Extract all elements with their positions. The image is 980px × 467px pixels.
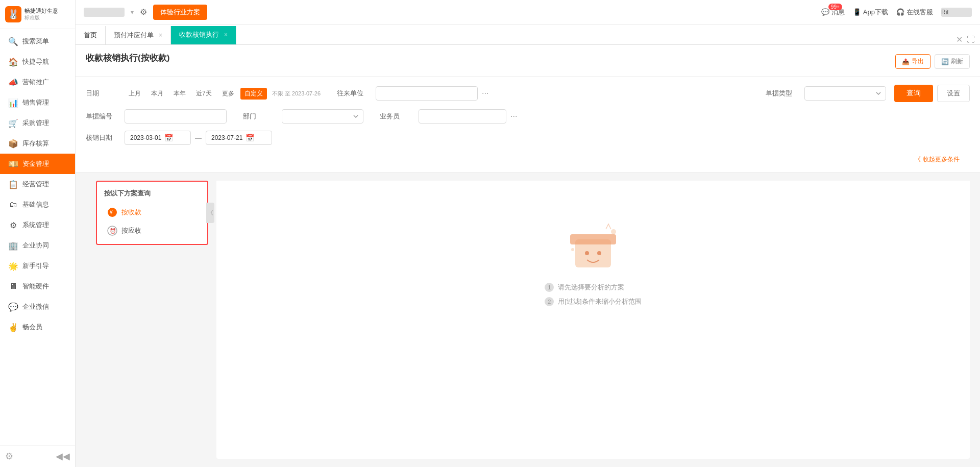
partner-dots[interactable]: ··· bbox=[482, 89, 488, 98]
date-btn-this-month[interactable]: 本月 bbox=[147, 88, 167, 100]
filter-by-collection[interactable]: ¥ 按收款 bbox=[97, 203, 207, 222]
export-icon: 📤 bbox=[902, 58, 910, 65]
service-icon: 🎧 bbox=[896, 8, 904, 16]
sidebar-item-business[interactable]: 📋 经营管理 bbox=[0, 174, 75, 194]
date-note: 不限 至 2023-07-26 bbox=[272, 90, 321, 97]
tip-num-2: 2 bbox=[545, 297, 554, 306]
page-actions: 📤 导出 🔄 刷新 bbox=[895, 54, 970, 69]
tabs-bar: 首页 预付冲应付单 × 收款核销执行 × ✕ ⛶ bbox=[76, 24, 980, 45]
tab-collection[interactable]: 收款核销执行 × bbox=[171, 26, 236, 44]
date-btn-more[interactable]: 更多 bbox=[218, 88, 238, 100]
export-btn[interactable]: 📤 导出 bbox=[895, 54, 930, 69]
staff-input[interactable] bbox=[419, 109, 506, 124]
svg-point-6 bbox=[585, 251, 589, 255]
date-btn-7days[interactable]: 近7天 bbox=[192, 88, 216, 100]
date-btn-custom[interactable]: 自定义 bbox=[240, 88, 267, 100]
verify-date-end-field[interactable]: 2023-07-21 📅 bbox=[206, 131, 272, 145]
page-wrapper: 收款核销执行(按收款) 📤 导出 🔄 刷新 日期 上月 本月 bbox=[76, 45, 980, 467]
collapse-left-btn[interactable]: 《 bbox=[206, 203, 214, 223]
dept-select[interactable] bbox=[282, 109, 363, 124]
home-icon: 🏠 bbox=[8, 57, 18, 67]
sidebar-item-marketing[interactable]: 📣 营销推广 bbox=[0, 72, 75, 92]
refresh-icon: 🔄 bbox=[941, 58, 949, 65]
date-btn-last-month[interactable]: 上月 bbox=[125, 88, 145, 100]
app-name: 畅捷通好生意 bbox=[24, 7, 58, 14]
topbar-dropdown-arrow[interactable]: ▾ bbox=[131, 9, 134, 16]
calendar-start-icon[interactable]: 📅 bbox=[164, 134, 173, 142]
date-btn-this-year[interactable]: 本年 bbox=[169, 88, 190, 100]
staff-dots[interactable]: ··· bbox=[510, 112, 517, 121]
user-name: Rit bbox=[941, 9, 949, 16]
refresh-btn[interactable]: 🔄 刷新 bbox=[935, 54, 970, 69]
inventory-icon: 📦 bbox=[8, 138, 18, 149]
sidebar-item-basic[interactable]: 🗂 基础信息 bbox=[0, 194, 75, 215]
topbar-service[interactable]: 🎧 在线客服 bbox=[896, 8, 933, 17]
topbar-gear-icon[interactable]: ⚙ bbox=[140, 7, 147, 17]
page-title: 收款核销执行(按收款) bbox=[86, 52, 169, 64]
business-icon: 📋 bbox=[8, 179, 18, 189]
content-area: 按以下方案查询 ¥ 按收款 bbox=[76, 173, 980, 467]
svg-point-7 bbox=[597, 251, 601, 255]
tab-prepay-close[interactable]: × bbox=[159, 32, 162, 39]
svg-text:¥: ¥ bbox=[109, 210, 113, 215]
partner-label: 往来单位 bbox=[337, 89, 368, 98]
system-icon: ⚙ bbox=[8, 220, 18, 230]
date-dash: — bbox=[195, 134, 202, 142]
sidebar-item-guide[interactable]: 🌟 新手引导 bbox=[0, 256, 75, 276]
topbar-app-download[interactable]: 📱 App下载 bbox=[853, 8, 888, 17]
collapse-sidebar-icon[interactable]: ◀◀ bbox=[56, 451, 70, 462]
doc-no-input[interactable] bbox=[125, 109, 227, 124]
svg-point-8 bbox=[611, 229, 616, 234]
sidebar-item-system[interactable]: ⚙ 系统管理 bbox=[0, 215, 75, 235]
topbar-user[interactable]: Rit bbox=[941, 8, 972, 17]
sidebar-item-quick-nav[interactable]: 🏠 快捷导航 bbox=[0, 52, 75, 72]
app-icon: 📱 bbox=[853, 8, 861, 16]
expand-tab-icon[interactable]: ⛶ bbox=[967, 35, 975, 44]
sidebar-item-corp[interactable]: 🏢 企业协同 bbox=[0, 235, 75, 256]
sidebar: 🐰 畅捷通好生意 标准版 🔍 搜索菜单 🏠 快捷导航 📣 营销推广 📊 销售管理… bbox=[0, 0, 76, 467]
sidebar-item-member[interactable]: ✌ 畅会员 bbox=[0, 317, 75, 337]
empty-tips: 1 请先选择要分析的方案 2 用[过滤]条件来缩小分析范围 bbox=[545, 283, 641, 306]
left-filter-panel: 按以下方案查询 ¥ 按收款 bbox=[96, 181, 208, 245]
sidebar-item-purchase[interactable]: 🛒 采购管理 bbox=[0, 113, 75, 133]
setting-btn[interactable]: 设置 bbox=[937, 85, 970, 102]
sidebar-item-wechat[interactable]: 💬 企业微信 bbox=[0, 297, 75, 317]
basic-icon: 🗂 bbox=[8, 200, 18, 210]
empty-illustration bbox=[562, 222, 624, 273]
doc-no-label: 单据编号 bbox=[86, 112, 116, 121]
industry-btn[interactable]: 体验行业方案 bbox=[153, 5, 207, 20]
query-btn[interactable]: 查询 bbox=[894, 85, 933, 102]
collapse-more-btn[interactable]: 《 收起更多条件 bbox=[86, 152, 970, 167]
partner-input[interactable] bbox=[376, 86, 478, 101]
sidebar-item-search[interactable]: 🔍 搜索菜单 bbox=[0, 31, 75, 52]
tip-num-1: 1 bbox=[545, 283, 554, 292]
empty-tip-1: 1 请先选择要分析的方案 bbox=[545, 283, 641, 292]
app-sub: 标准版 bbox=[24, 14, 58, 21]
sidebar-item-finance[interactable]: 💴 资金管理 bbox=[0, 154, 75, 174]
tabs-right-controls: ✕ ⛶ bbox=[951, 35, 980, 44]
topbar-logo bbox=[84, 8, 125, 17]
collection-icon: ¥ bbox=[107, 207, 117, 217]
verify-date-start-field[interactable]: 2023-03-01 📅 bbox=[125, 131, 191, 145]
main-content: ▾ ⚙ 体验行业方案 💬 消息 99+ 📱 App下载 🎧 在线客服 Rit bbox=[76, 0, 980, 467]
filter-by-receivable[interactable]: ⏰ 按应收 bbox=[97, 222, 207, 240]
filter-row-3: 核销日期 2023-03-01 📅 — 2023-07-21 📅 bbox=[86, 131, 970, 145]
sidebar-nav: 🔍 搜索菜单 🏠 快捷导航 📣 营销推广 📊 销售管理 🛒 采购管理 📦 库存核… bbox=[0, 29, 75, 445]
sidebar-item-inventory[interactable]: 📦 库存核算 bbox=[0, 133, 75, 154]
tab-home[interactable]: 首页 bbox=[76, 26, 106, 44]
left-filter-wrapper: 按以下方案查询 ¥ 按收款 bbox=[86, 181, 208, 459]
doc-type-label: 单据类型 bbox=[766, 89, 796, 98]
tab-collection-close[interactable]: × bbox=[224, 31, 228, 38]
calendar-end-icon[interactable]: 📅 bbox=[246, 134, 254, 142]
doc-type-select[interactable] bbox=[804, 86, 886, 101]
settings-icon[interactable]: ⚙ bbox=[5, 451, 13, 462]
results-area: 1 请先选择要分析的方案 2 用[过滤]条件来缩小分析范围 bbox=[216, 181, 970, 459]
left-filter-title: 按以下方案查询 bbox=[97, 186, 207, 203]
topbar-messages[interactable]: 💬 消息 99+ bbox=[821, 8, 845, 17]
sidebar-item-sales[interactable]: 📊 销售管理 bbox=[0, 92, 75, 113]
sidebar-item-hardware[interactable]: 🖥 智能硬件 bbox=[0, 276, 75, 297]
corp-icon: 🏢 bbox=[8, 240, 18, 251]
close-tab-icon[interactable]: ✕ bbox=[956, 35, 963, 44]
tab-prepay[interactable]: 预付冲应付单 × bbox=[106, 26, 171, 44]
marketing-icon: 📣 bbox=[8, 77, 18, 87]
